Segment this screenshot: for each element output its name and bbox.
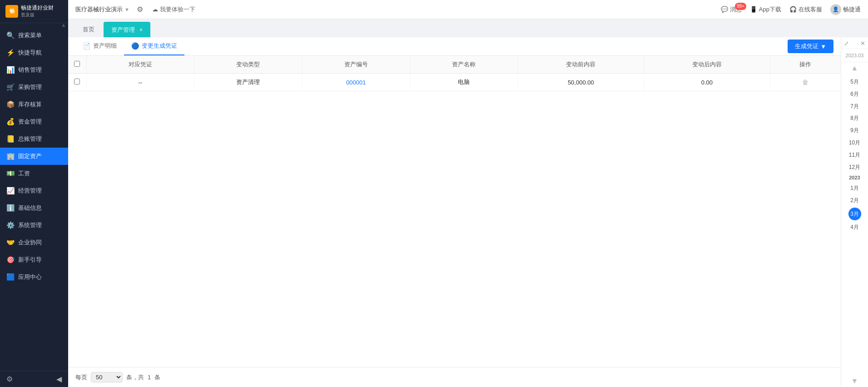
- messages-badge: 99+: [735, 3, 746, 10]
- topbar: 医疗器械行业演示 ▼ ⚙ ☁ 我要体验一下 💬 消息 99+ 📱 App下载 🎧…: [68, 0, 868, 19]
- fixedasset-icon: 🏢: [6, 152, 15, 160]
- collapse-icon[interactable]: ◀: [56, 375, 62, 383]
- generate-dropdown-icon: ▼: [820, 43, 826, 50]
- messages-btn[interactable]: 💬 消息 99+: [721, 5, 742, 14]
- sidebar-item-enterprise[interactable]: 🤝 企业协同: [0, 234, 68, 251]
- timeline-month-5月[interactable]: 5月: [841, 76, 868, 88]
- sidebar-item-finance[interactable]: 💰 资金管理: [0, 113, 68, 130]
- table-body: -- 资产清理 000001 电脑 50,000.00 0.00 🗑: [68, 74, 841, 91]
- sidebar-item-inventory[interactable]: 📦 库存核算: [0, 96, 68, 113]
- sidebar-item-label-enterprise: 企业协同: [18, 238, 42, 247]
- subtab-bar: 📄 资产明细 🔵 变更生成凭证 生成凭证 ▼: [68, 37, 841, 56]
- sidebar-item-basicinfo[interactable]: ℹ️ 基础信息: [0, 199, 68, 217]
- assetlist-icon: 📄: [83, 42, 90, 50]
- timeline-close-icon[interactable]: ✕: [860, 40, 865, 47]
- total-prefix: 条，共: [126, 373, 144, 382]
- col-beforechange: 变动前内容: [518, 56, 644, 74]
- sidebar-item-appcenter[interactable]: 🟦 应用中心: [0, 268, 68, 286]
- sidebar-item-label-operations: 经营管理: [18, 187, 42, 195]
- col-assetcode: 资产编号: [302, 56, 410, 74]
- timeline-expand-icon[interactable]: ⤢: [844, 40, 849, 47]
- company-selector[interactable]: 医疗器械行业演示 ▼: [75, 5, 129, 14]
- timeline-month-1月[interactable]: 1月: [841, 182, 868, 194]
- sidebar-item-guide[interactable]: 🎯 新手引导: [0, 251, 68, 268]
- sidebar: 畅 畅捷通好业财 普及版 ▲ 🔍 搜索菜单 ⚡ 快捷导航 📊 销售管理 🛒 采购…: [0, 0, 68, 387]
- generate-voucher-button[interactable]: 生成凭证 ▼: [788, 40, 833, 53]
- support-btn[interactable]: 🎧 在线客服: [789, 5, 822, 14]
- select-all-checkbox[interactable]: [74, 61, 80, 67]
- topbar-settings-icon[interactable]: ⚙: [137, 5, 143, 14]
- timeline-month-7月[interactable]: 7月: [841, 100, 868, 113]
- sidebar-item-search[interactable]: 🔍 搜索菜单: [0, 27, 68, 44]
- support-label: 在线客服: [799, 5, 822, 14]
- row-afterchange-0: 0.00: [644, 74, 770, 91]
- subtab-assetlist[interactable]: 📄 资产明细: [75, 37, 124, 55]
- total-suffix: 条: [154, 373, 160, 382]
- timeline-month-8月[interactable]: 8月: [841, 112, 868, 124]
- sidebar-item-label-salary: 工资: [18, 169, 30, 178]
- sidebar-item-quicknav[interactable]: ⚡ 快捷导航: [0, 44, 68, 61]
- tab-assetmgmt-label: 资产管理: [111, 26, 135, 34]
- user-btn[interactable]: 👤 畅捷通: [830, 4, 861, 15]
- tab-close-icon[interactable]: ×: [139, 27, 143, 33]
- experience-text: 我要体验一下: [160, 5, 195, 14]
- timeline-month-2月[interactable]: 2月: [841, 194, 868, 207]
- basicinfo-icon: ℹ️: [6, 204, 15, 212]
- sidebar-item-ledger[interactable]: 📒 总账管理: [0, 130, 68, 148]
- sidebar-item-operations[interactable]: 📈 经营管理: [0, 182, 68, 199]
- sidebar-logo: 畅 畅捷通好业财 普及版: [0, 0, 68, 23]
- company-dropdown-icon: ▼: [124, 7, 129, 12]
- support-icon: 🎧: [789, 6, 797, 13]
- generate-voucher-label: 生成凭证: [795, 42, 818, 50]
- changevoucher-icon: 🔵: [131, 42, 139, 50]
- messages-icon: 💬: [721, 6, 728, 13]
- subtab-changevoucher[interactable]: 🔵 变更生成凭证: [124, 37, 184, 55]
- topbar-right: 💬 消息 99+ 📱 App下载 🎧 在线客服 👤 畅捷通: [721, 4, 861, 15]
- total-count: 1: [148, 374, 151, 381]
- row-assetcode-0: 000001: [302, 74, 410, 91]
- timeline-month-12月[interactable]: 12月: [841, 161, 868, 174]
- sidebar-item-system[interactable]: ⚙️ 系统管理: [0, 217, 68, 234]
- appcenter-icon: 🟦: [6, 273, 15, 281]
- subtab-assetlist-label: 资产明细: [93, 42, 117, 50]
- timeline-month-9月[interactable]: 9月: [841, 124, 868, 137]
- timeline-month-4月[interactable]: 4月: [841, 221, 868, 233]
- company-name: 医疗器械行业演示: [75, 5, 123, 14]
- quicknav-icon: ⚡: [6, 49, 15, 57]
- sidebar-item-fixedasset[interactable]: 🏢 固定资产: [0, 148, 68, 165]
- logo-icon: 畅: [5, 5, 18, 18]
- experience-btn[interactable]: ☁ 我要体验一下: [152, 5, 195, 14]
- content-panel: 📄 资产明细 🔵 变更生成凭证 生成凭证 ▼: [68, 37, 868, 387]
- per-page-select[interactable]: 50 10 20 100: [91, 372, 123, 382]
- appdownload-btn[interactable]: 📱 App下载: [750, 5, 781, 14]
- col-checkbox: [68, 56, 86, 74]
- timeline-scroll-down-btn[interactable]: ▼: [841, 375, 868, 387]
- sales-icon: 📊: [6, 66, 15, 74]
- app-name: 畅捷通好业财: [21, 5, 54, 12]
- salary-icon: 💵: [6, 169, 15, 178]
- sidebar-item-purchase[interactable]: 🛒 采购管理: [0, 79, 68, 96]
- sidebar-item-label-search: 搜索菜单: [18, 31, 42, 40]
- guide-icon: 🎯: [6, 256, 15, 264]
- finance-icon: 💰: [6, 118, 15, 126]
- timeline-month-10月[interactable]: 10月: [841, 137, 868, 149]
- row-checkbox-0[interactable]: [74, 79, 80, 84]
- pagination-bar: 每页 50 10 20 100 条，共 1 条: [68, 367, 841, 387]
- settings-icon[interactable]: ⚙: [6, 375, 13, 383]
- tab-assetmgmt[interactable]: 资产管理 ×: [104, 22, 150, 37]
- search-icon: 🔍: [6, 31, 15, 40]
- ledger-icon: 📒: [6, 135, 15, 143]
- col-action: 操作: [770, 56, 841, 74]
- sidebar-item-label-sales: 销售管理: [18, 66, 42, 74]
- timeline-scroll-up-btn[interactable]: ▲: [841, 62, 868, 74]
- sidebar-item-sales[interactable]: 📊 销售管理: [0, 61, 68, 79]
- sidebar-item-salary[interactable]: 💵 工资: [0, 165, 68, 182]
- timeline-month-6月[interactable]: 6月: [841, 88, 868, 100]
- delete-row-0-icon[interactable]: 🗑: [802, 79, 808, 86]
- timeline-month-11月[interactable]: 11月: [841, 149, 868, 161]
- tab-home[interactable]: 首页: [75, 22, 102, 37]
- avatar-icon: 👤: [833, 6, 839, 12]
- timeline-month-3月[interactable]: 3月: [848, 208, 861, 220]
- col-assetname: 资产名称: [410, 56, 518, 74]
- row-action-0: 🗑: [770, 74, 841, 91]
